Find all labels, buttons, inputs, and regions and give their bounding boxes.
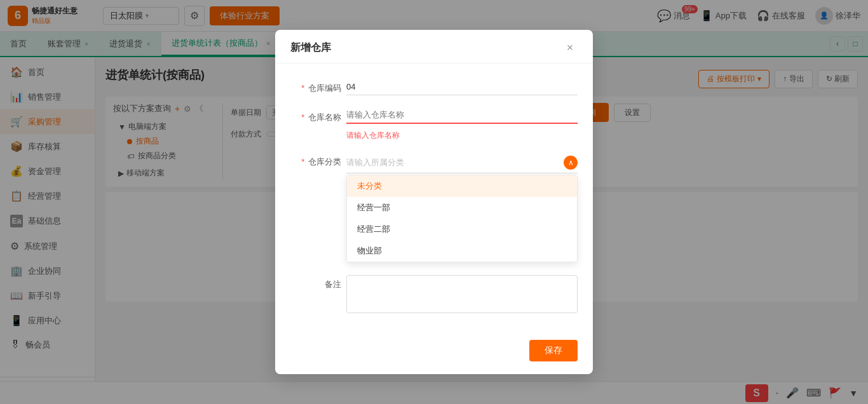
remark-textarea[interactable] <box>346 275 578 313</box>
dropdown-item-property[interactable]: 物业部 <box>347 240 577 262</box>
dialog-title: 新增仓库 <box>290 41 331 55</box>
dropdown-item-dept1[interactable]: 经营一部 <box>347 197 577 219</box>
category-dropdown-wrapper: 请输入所属分类 ∧ 未分类 经营一部 经营二部 物业部 <box>346 152 578 173</box>
category-dropdown-trigger[interactable]: 请输入所属分类 ∧ <box>346 152 578 173</box>
category-placeholder: 请输入所属分类 <box>346 157 404 168</box>
name-row-inner: * 仓库名称 <box>290 107 578 124</box>
form-row-name: * 仓库名称 请输入仓库名称 <box>290 107 578 141</box>
dialog-body: * 仓库编码 * 仓库名称 请输入仓库名称 * <box>275 64 593 335</box>
new-warehouse-dialog: 新增仓库 × * 仓库编码 * 仓库名称 <box>275 30 593 374</box>
dialog-header: 新增仓库 × <box>275 30 593 64</box>
form-row-category: * 仓库分类 请输入所属分类 ∧ 未分类 经营一部 经营二部 物业部 <box>290 152 578 173</box>
name-label: * 仓库名称 <box>290 108 341 123</box>
code-input[interactable] <box>346 79 578 95</box>
dropdown-item-dept2[interactable]: 经营二部 <box>347 219 577 240</box>
category-arrow-button[interactable]: ∧ <box>564 156 578 170</box>
name-input[interactable] <box>346 107 578 124</box>
dialog-close-button[interactable]: × <box>562 40 578 55</box>
remark-label: 备注 <box>290 275 341 290</box>
dropdown-item-uncategorized[interactable]: 未分类 <box>347 175 577 197</box>
required-star: * <box>301 83 304 93</box>
name-error-message: 请输入仓库名称 <box>290 130 400 141</box>
form-row-remark: 备注 <box>290 275 578 313</box>
form-row-code: * 仓库编码 <box>290 79 578 95</box>
modal-overlay: 新增仓库 × * 仓库编码 * 仓库名称 <box>0 0 868 404</box>
category-dropdown-menu: 未分类 经营一部 经营二部 物业部 <box>346 175 578 262</box>
dialog-footer: 保存 <box>275 335 593 374</box>
category-label: * 仓库分类 <box>290 152 341 168</box>
save-button[interactable]: 保存 <box>529 340 578 361</box>
code-label: * 仓库编码 <box>290 79 341 94</box>
